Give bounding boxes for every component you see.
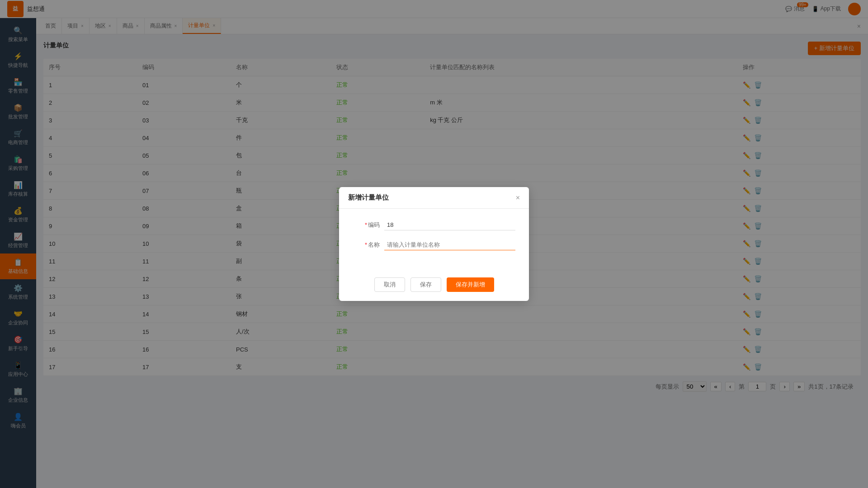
name-required: * [365,241,367,248]
modal-body: *编码 *名称 [339,209,529,270]
modal-title: 新增计量单位 [348,193,389,202]
add-unit-modal: 新增计量单位 × *编码 *名称 取消 保存 保存并新增 [339,187,529,301]
save-button[interactable]: 保存 [410,277,441,292]
modal-overlay[interactable]: 新增计量单位 × *编码 *名称 取消 保存 保存并新增 [0,0,868,488]
code-label: *编码 [353,221,380,229]
modal-header: 新增计量单位 × [339,187,529,209]
code-form-item: *编码 [353,220,515,230]
code-label-text: 编码 [368,221,380,228]
code-required: * [365,221,367,228]
name-input[interactable] [384,239,515,250]
name-label-text: 名称 [368,241,380,248]
modal-footer: 取消 保存 保存并新增 [339,270,529,301]
save-and-new-button[interactable]: 保存并新增 [447,277,494,292]
modal-close-button[interactable]: × [516,194,520,202]
code-input[interactable] [384,220,515,230]
name-label: *名称 [353,241,380,249]
name-form-item: *名称 [353,239,515,250]
cancel-button[interactable]: 取消 [374,277,405,292]
